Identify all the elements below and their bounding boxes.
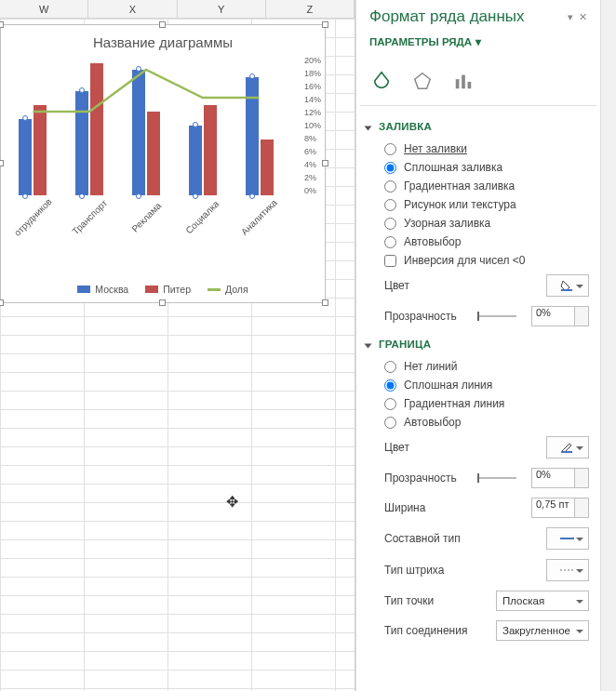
svg-rect-1 [456, 79, 460, 88]
resize-handle[interactable] [322, 299, 328, 306]
bar-moscow[interactable] [75, 91, 88, 196]
x-label: Реклама [123, 193, 170, 241]
series-options-dropdown[interactable]: ПАРАМЕТРЫ РЯДА▾ [369, 35, 481, 48]
resize-handle[interactable] [322, 160, 328, 166]
chart-plot[interactable]: 20%18%16%14%12%10%8%6%4%2%0% отрудниковТ… [5, 56, 288, 242]
pane-close-icon[interactable]: ✕ [579, 11, 587, 22]
join-type-label: Тип соединения [384, 624, 468, 637]
cursor-icon: ✥ [226, 493, 238, 511]
dash-type-picker[interactable] [546, 559, 589, 581]
fill-transparency-slider[interactable] [477, 315, 516, 317]
fill-transparency-label: Прозрачность [384, 310, 468, 323]
x-axis-labels: отрудниковТранспортРекламаСоциалкаАналит… [5, 201, 288, 222]
bar-moscow[interactable] [189, 126, 202, 195]
border-transparency-label: Прозрачность [384, 472, 468, 485]
bar-moscow[interactable] [19, 119, 32, 196]
paint-bucket-icon [560, 279, 575, 292]
fill-picture-radio[interactable]: Рисунок или текстура [366, 195, 589, 214]
border-width-input[interactable]: 0,75 пт [531, 498, 589, 518]
invert-negatives-checkbox[interactable]: Инверсия для чисел <0 [366, 251, 589, 270]
svg-rect-3 [468, 82, 472, 88]
svg-marker-0 [415, 73, 431, 89]
resize-handle[interactable] [0, 299, 4, 306]
bar-piter[interactable] [204, 105, 217, 196]
bar-moscow[interactable] [246, 77, 259, 196]
border-transparency-slider[interactable] [477, 477, 516, 479]
cap-type-label: Тип точки [384, 594, 468, 607]
fill-none-radio[interactable]: Нет заливки [366, 140, 589, 158]
fill-color-picker[interactable] [546, 274, 589, 297]
fill-section-header[interactable]: ЗАЛИВКА [366, 113, 589, 140]
border-section-header[interactable]: ГРАНИЦА [366, 331, 589, 357]
chart-title[interactable]: Название диаграммы [1, 25, 325, 56]
col-header[interactable]: X [88, 0, 177, 18]
x-label: Аналитика [235, 193, 283, 241]
resize-handle[interactable] [0, 160, 4, 166]
border-transparency-input[interactable]: 0% [531, 468, 589, 488]
chart-legend[interactable]: Москва Питер Доля [1, 284, 325, 295]
border-color-label: Цвет [384, 441, 468, 454]
dash-type-label: Тип штриха [384, 564, 468, 577]
chart-object[interactable]: Название диаграммы 20%18%16%14%12%10%8%6… [0, 24, 326, 303]
resize-handle[interactable] [159, 21, 166, 28]
bar-moscow[interactable] [132, 70, 145, 195]
cap-type-combo[interactable]: Плоская [496, 591, 589, 611]
border-solid-radio[interactable]: Сплошная линия [366, 376, 589, 394]
fill-transparency-input[interactable]: 0% [531, 306, 589, 326]
bar-piter[interactable] [261, 140, 274, 195]
compound-type-label: Составной тип [384, 532, 468, 545]
bar-piter[interactable] [33, 105, 47, 196]
bar-piter[interactable] [147, 112, 160, 195]
join-type-combo[interactable]: Закругленное [496, 620, 589, 641]
svg-rect-4 [561, 289, 572, 291]
fill-color-label: Цвет [384, 279, 468, 292]
series-options-tab-icon[interactable] [453, 71, 474, 94]
svg-rect-2 [462, 75, 465, 89]
format-pane: Формат ряда данных ▾ ✕ ПАРАМЕТРЫ РЯДА▾ З… [355, 0, 600, 691]
svg-rect-5 [561, 451, 572, 453]
x-label: Социалка [179, 193, 226, 241]
dash-line-icon [559, 565, 576, 575]
x-label: отрудников [9, 193, 57, 241]
legend-item[interactable]: Доля [208, 284, 248, 295]
x-label: Транспорт [66, 193, 114, 241]
resize-handle[interactable] [0, 21, 4, 28]
legend-item[interactable]: Питер [145, 284, 191, 295]
border-none-radio[interactable]: Нет линий [366, 357, 589, 376]
pen-icon [560, 441, 575, 454]
fill-line-tab-icon[interactable] [371, 71, 392, 94]
border-auto-radio[interactable]: Автовыбор [366, 413, 589, 432]
column-headers: W X Y Z [0, 0, 355, 19]
bar-piter[interactable] [90, 63, 103, 196]
fill-solid-radio[interactable]: Сплошная заливка [366, 158, 589, 177]
compound-line-icon [559, 534, 576, 543]
fill-pattern-radio[interactable]: Узорная заливка [366, 214, 589, 233]
effects-tab-icon[interactable] [412, 71, 433, 94]
border-color-picker[interactable] [546, 436, 589, 458]
y-axis: 20%18%16%14%12%10%8%6%4%2%0% [304, 56, 321, 195]
compound-type-picker[interactable] [546, 527, 589, 550]
legend-item[interactable]: Москва [77, 284, 128, 295]
spreadsheet-area: W X Y Z Название диаграммы 20%18%16%14%1… [0, 0, 355, 691]
col-header[interactable]: W [0, 0, 88, 18]
pane-menu-icon[interactable]: ▾ [568, 11, 573, 22]
col-header[interactable]: Z [266, 0, 355, 18]
border-width-label: Ширина [384, 501, 468, 514]
resize-handle[interactable] [322, 21, 328, 28]
resize-handle[interactable] [159, 299, 166, 306]
pane-title: Формат ряда данных [369, 7, 525, 26]
fill-gradient-radio[interactable]: Градиентная заливка [366, 177, 589, 195]
col-header[interactable]: Y [178, 0, 266, 18]
fill-auto-radio[interactable]: Автовыбор [366, 233, 589, 251]
pane-scrollbar[interactable] [600, 0, 616, 691]
border-gradient-radio[interactable]: Градиентная линия [366, 394, 589, 413]
